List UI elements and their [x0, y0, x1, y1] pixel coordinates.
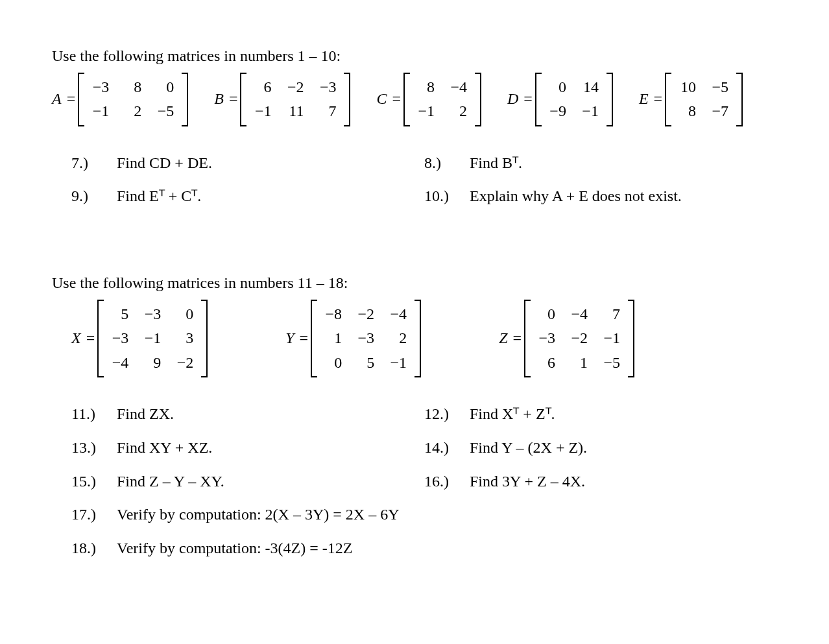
matrix-cell: −1	[410, 99, 442, 124]
problem-number: 12.)	[424, 403, 470, 425]
matrix-bracket: −380−12−5	[78, 73, 188, 126]
matrix-cell: 1	[563, 351, 595, 376]
matrix-B: B = 6−2−3−1117	[214, 73, 350, 126]
matrix-X: X = 5−30−3−13−49−2	[71, 300, 208, 378]
matrix-cell: 2	[442, 99, 475, 124]
matrix-cell: −1	[382, 351, 414, 376]
problem-number: 8.)	[424, 152, 470, 174]
matrix-cell: 0	[542, 75, 574, 100]
matrix-cell: −8	[317, 302, 350, 327]
matrix-cell: −3	[350, 326, 382, 351]
matrix-cell: 5	[350, 351, 382, 376]
matrix-cell: 0	[149, 75, 182, 100]
equals-sign: =	[67, 88, 76, 110]
equals-sign: =	[300, 328, 309, 350]
matrix-cell: 8	[410, 75, 442, 100]
matrix-cell: −3	[104, 326, 136, 351]
matrix-D: D = 014−9−1	[507, 73, 613, 126]
matrix-bracket: 5−30−3−13−49−2	[97, 300, 208, 378]
matrix-cell: −1	[595, 326, 628, 351]
matrix-bracket: 8−4−12	[403, 73, 481, 126]
problem-number: 11.)	[71, 403, 117, 425]
matrix-cell: 7	[311, 99, 344, 124]
matrix-name: Y	[285, 328, 294, 350]
problem-number: 17.)	[71, 504, 117, 526]
problem-number: 10.)	[424, 185, 470, 208]
problem-number: 7.)	[71, 152, 117, 174]
problem-text: Find ZX.	[117, 403, 174, 425]
matrix-cell: −2	[563, 326, 595, 351]
matrix-cell: −3	[531, 326, 563, 351]
problem-number: 18.)	[71, 538, 117, 560]
equals-sign: =	[229, 88, 238, 110]
matrix-cell: −4	[382, 302, 414, 327]
matrix-cell: 14	[574, 75, 607, 100]
matrix-cell: 5	[104, 302, 136, 327]
matrix-cell: 9	[136, 351, 169, 376]
problem-text: Explain why A + E does not exist.	[470, 185, 682, 208]
matrix-bracket: 10−58−7	[665, 73, 743, 126]
problem-number: 16.)	[424, 471, 470, 493]
problem-text: Verify by computation: -3(4Z) = -12Z	[117, 538, 352, 560]
equals-sign: =	[86, 328, 95, 350]
section2-intro: Use the following matrices in numbers 11…	[52, 272, 777, 294]
matrix-name: D	[507, 88, 518, 110]
matrix-cell: −2	[350, 302, 382, 327]
matrix-cell: 0	[531, 302, 563, 327]
section1-matrices: A = −380−12−5 B = 6−2−3−1117 C = 8−4−12 …	[52, 73, 777, 126]
matrix-cell: −1	[574, 99, 607, 124]
section2-problems: 11.) Find ZX. 12.) Find Xᵀ + Zᵀ. 13.) Fi…	[71, 403, 777, 559]
matrix-cell: 6	[531, 351, 563, 376]
matrix-cell: −5	[149, 99, 182, 124]
matrix-Z: Z = 0−47−3−2−161−5	[499, 300, 634, 378]
matrix-E: E = 10−58−7	[639, 73, 743, 126]
matrix-cell: −3	[84, 75, 117, 100]
matrix-name: A	[52, 88, 62, 110]
section1-problems: 7.) Find CD + DE. 8.) Find Bᵀ. 9.) Find …	[71, 152, 777, 208]
problem-text: Find XY + XZ.	[117, 437, 212, 459]
matrix-cell: 2	[382, 326, 414, 351]
matrix-bracket: 0−47−3−2−161−5	[524, 300, 634, 378]
matrix-A: A = −380−12−5	[52, 73, 188, 126]
matrix-cell: 0	[169, 302, 201, 327]
matrix-cell: 8	[671, 99, 704, 124]
matrix-cell: −1	[136, 326, 169, 351]
matrix-cell: −5	[704, 75, 736, 100]
matrix-cell: −3	[311, 75, 344, 100]
equals-sign: =	[654, 88, 663, 110]
matrix-name: X	[71, 328, 81, 350]
matrix-cell: −1	[246, 99, 279, 124]
problem-text: Verify by computation: 2(X – 3Y) = 2X – …	[117, 504, 399, 526]
problem-number: 9.)	[71, 185, 117, 208]
equals-sign: =	[512, 328, 522, 350]
matrix-cell: 3	[169, 326, 201, 351]
problem-text: Find Bᵀ.	[470, 152, 522, 174]
matrix-name: B	[214, 88, 224, 110]
matrix-cell: 11	[279, 99, 311, 124]
matrix-bracket: 014−9−1	[535, 73, 613, 126]
problem-number: 15.)	[71, 471, 117, 493]
matrix-cell: 8	[117, 75, 149, 100]
matrix-cell: 0	[317, 351, 350, 376]
problem-text: Find Eᵀ + Cᵀ.	[117, 185, 201, 208]
matrix-cell: −2	[279, 75, 311, 100]
matrix-cell: 10	[671, 75, 704, 100]
matrix-cell: −2	[169, 351, 201, 376]
problem-text: Find Z – Y – XY.	[117, 471, 224, 493]
section2-matrices: X = 5−30−3−13−49−2 Y = −8−2−41−3205−1 Z …	[71, 300, 777, 378]
problem-text: Find Xᵀ + Zᵀ.	[470, 403, 555, 425]
matrix-name: C	[376, 88, 387, 110]
matrix-C: C = 8−4−12	[376, 73, 481, 126]
problem-text: Find CD + DE.	[117, 152, 212, 174]
matrix-cell: 6	[246, 75, 279, 100]
matrix-cell: −9	[542, 99, 574, 124]
matrix-name: E	[639, 88, 649, 110]
matrix-cell: −1	[84, 99, 117, 124]
section1-intro: Use the following matrices in numbers 1 …	[52, 45, 777, 67]
matrix-cell: −5	[595, 351, 628, 376]
matrix-bracket: −8−2−41−3205−1	[311, 300, 421, 378]
matrix-cell: −4	[442, 75, 475, 100]
matrix-cell: 1	[317, 326, 350, 351]
matrix-name: Z	[499, 328, 507, 350]
matrix-cell: 7	[595, 302, 628, 327]
